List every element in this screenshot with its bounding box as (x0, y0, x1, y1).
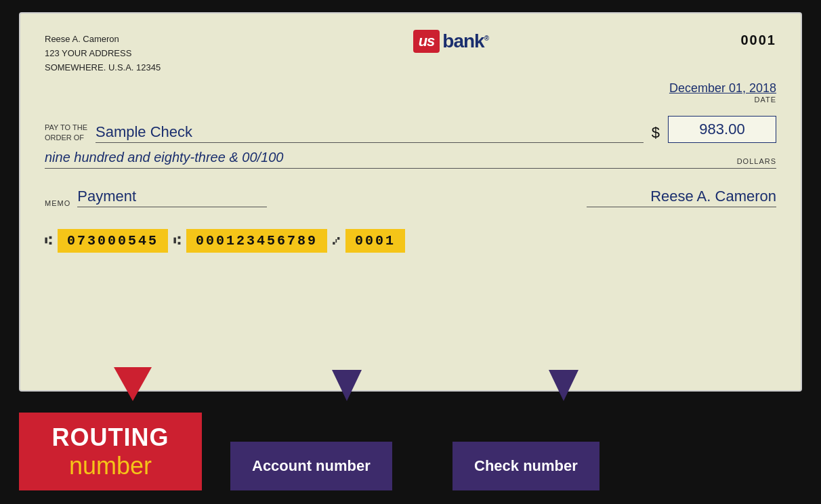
payee-name: Sample Check (96, 123, 644, 143)
micr-row: ⑆ 073000545 ⑆ 000123456789 ⑇ 0001 (45, 229, 776, 253)
logo-us: us (413, 30, 440, 53)
account-number-label: Account number (252, 457, 371, 475)
routing-label-box: ROUTING number (19, 413, 202, 490)
micr-symbol-equals: ⑇ (333, 234, 340, 248)
memo-row: MEMO Payment Reese A. Cameron (45, 188, 776, 207)
check-name: Reese A. Cameron (45, 33, 161, 47)
dollars-label: DOLLARS (737, 157, 776, 165)
pay-to-label: PAY TO THE ORDER OF (45, 123, 87, 144)
memo-label: MEMO (45, 199, 70, 207)
routing-arrow (114, 367, 152, 401)
routing-number: 073000545 (58, 229, 168, 253)
check-date-row: December 01, 2018 DATE (45, 81, 776, 104)
check-top-row: Reese A. Cameron 123 YOUR ADDRESS SOMEWH… (45, 33, 776, 75)
check-number-micr: 0001 (345, 229, 405, 253)
routing-label-bottom: number (69, 452, 152, 480)
check-address2: SOMEWHERE. U.S.A. 12345 (45, 61, 161, 75)
routing-label-top: ROUTING (52, 423, 169, 452)
check-date-label: DATE (669, 96, 776, 104)
pay-to-row: PAY TO THE ORDER OF Sample Check $ 983.0… (45, 116, 776, 143)
check-date-area: December 01, 2018 DATE (669, 81, 776, 104)
account-number: 000123456789 (186, 229, 327, 253)
check-arrow (549, 370, 578, 401)
check-address1: 123 YOUR ADDRESS (45, 47, 161, 61)
check-number-label: Check number (474, 457, 578, 475)
check-container: Reese A. Cameron 123 YOUR ADDRESS SOMEWH… (19, 12, 802, 392)
dollar-sign: $ (652, 124, 660, 142)
account-label-box: Account number (230, 442, 392, 490)
micr-symbol-left: ⑆ (45, 234, 52, 248)
memo-value: Payment (77, 188, 267, 207)
account-arrow (332, 370, 362, 401)
amount-box: 983.00 (668, 116, 776, 143)
signature: Reese A. Cameron (587, 188, 776, 207)
logo-registered: ® (484, 35, 488, 42)
check-label-box: Check number (452, 442, 599, 490)
micr-symbol-middle: ⑆ (173, 234, 181, 248)
check-name-address: Reese A. Cameron 123 YOUR ADDRESS SOMEWH… (45, 33, 161, 75)
written-amount-row: nine hundred and eighty-three & 00/100 D… (45, 150, 776, 169)
written-amount: nine hundred and eighty-three & 00/100 (45, 150, 284, 165)
logo-bank: bank® (442, 30, 488, 52)
check-date-value: December 01, 2018 (669, 81, 776, 96)
check-number-top: 0001 (741, 33, 777, 48)
page-wrapper: Reese A. Cameron 123 YOUR ADDRESS SOMEWH… (0, 0, 821, 504)
bank-logo: us bank® (413, 30, 488, 53)
memo-left: MEMO Payment (45, 188, 267, 207)
